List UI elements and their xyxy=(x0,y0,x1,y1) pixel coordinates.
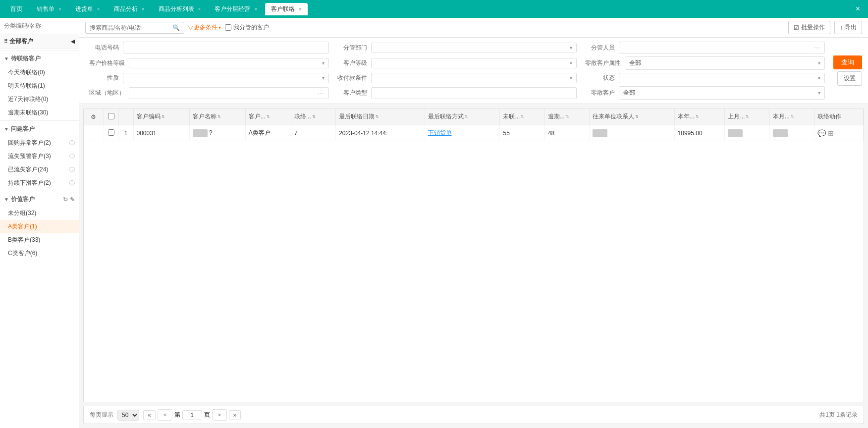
sidebar-item-repurchase-abnormal[interactable]: 回购异常客户(2) ⓘ xyxy=(0,136,79,150)
price-level-select[interactable]: ▾ xyxy=(129,58,329,68)
sidebar-item-churned[interactable]: 已流失客户(24) ⓘ xyxy=(0,163,79,176)
retail-select[interactable]: 全部 ▾ xyxy=(619,86,825,100)
customer-level-select[interactable]: ▾ xyxy=(371,58,577,68)
qr-icon[interactable]: ⊞ xyxy=(828,129,834,137)
region-select[interactable]: ··· xyxy=(129,87,329,99)
sort-icon5: ⇅ xyxy=(376,114,379,119)
arrow-icon3: ▼ xyxy=(4,197,9,202)
chevron-down-icon: ▾ xyxy=(218,25,221,30)
sidebar-item-class-a[interactable]: A类客户(1) xyxy=(0,220,79,233)
pending-contact-group[interactable]: ▼ 待联络客户 xyxy=(0,52,79,66)
th-last-month[interactable]: 上月... ⇅ xyxy=(725,108,769,125)
sidebar-item-7days[interactable]: 近7天待联络(0) xyxy=(0,93,79,106)
phone-input[interactable] xyxy=(123,42,329,54)
th-category[interactable]: 客户... ⇅ xyxy=(245,108,291,125)
sidebar-item-class-b[interactable]: B类客户(33) xyxy=(0,233,79,247)
chevron-down-icon9: ▾ xyxy=(818,90,820,96)
chevron-down-icon8: ▾ xyxy=(818,75,820,81)
first-page-btn[interactable]: « xyxy=(143,410,156,420)
th-year-amt[interactable]: 本年... ⇅ xyxy=(674,108,725,125)
retail-attr-select[interactable]: 全部 ▾ xyxy=(625,56,825,70)
nature-select[interactable]: ▾ xyxy=(123,73,329,83)
td-overdue: 48 xyxy=(544,125,589,141)
td-last-method[interactable]: 下销货单 xyxy=(425,125,500,141)
sort-icon10: ⇅ xyxy=(696,114,699,119)
td-this-month xyxy=(769,125,814,141)
close-purchase-tab[interactable]: × xyxy=(97,6,100,12)
more-conditions-btn[interactable]: ▽ 更多条件 ▾ xyxy=(188,23,221,32)
settings-button[interactable]: 设置 xyxy=(837,71,862,86)
page-number-input[interactable] xyxy=(182,410,202,420)
export-button[interactable]: ↑ 导出 xyxy=(834,21,862,34)
problem-customer-group[interactable]: ▼ 问题客户 xyxy=(0,122,79,136)
query-button[interactable]: 查询 xyxy=(833,55,862,69)
next-page-btn[interactable]: ＞ xyxy=(212,409,227,421)
filter-status: 状态 ▾ xyxy=(581,73,829,83)
td-gear xyxy=(84,125,104,141)
nav-home[interactable]: 首页 xyxy=(4,2,29,15)
divider2 xyxy=(0,120,79,121)
row-checkbox[interactable] xyxy=(108,129,114,136)
sidebar-item-tomorrow[interactable]: 明天待联络(1) xyxy=(0,79,79,93)
sidebar-item-today[interactable]: 今天待联络(0) xyxy=(0,66,79,79)
content-area: 🔍 ▽ 更多条件 ▾ 我分管的客户 ☑ 批量操作 xyxy=(79,18,868,428)
th-uncontact[interactable]: 未联... ⇅ xyxy=(500,108,544,125)
th-action: 联络动作 xyxy=(814,108,864,125)
last-page-btn[interactable]: » xyxy=(229,410,241,420)
my-customers-check[interactable] xyxy=(225,24,231,31)
close-all-tabs[interactable]: × xyxy=(852,2,864,15)
close-customer-contact-tab[interactable]: × xyxy=(299,6,302,12)
filter-bar: 🔍 ▽ 更多条件 ▾ 我分管的客户 ☑ 批量操作 xyxy=(79,18,868,38)
nav-product-analysis[interactable]: 商品分析 × xyxy=(108,3,151,15)
sidebar-item-churn-warning[interactable]: 流失预警客户(3) ⓘ xyxy=(0,150,79,163)
prev-page-btn[interactable]: ＜ xyxy=(158,409,172,421)
sidebar-search-input[interactable] xyxy=(4,22,78,29)
select-all-checkbox[interactable] xyxy=(108,113,114,119)
search-input[interactable] xyxy=(90,24,170,31)
close-customer-segment-tab[interactable]: × xyxy=(254,6,257,12)
chat-icon[interactable]: 💬 xyxy=(817,129,826,137)
customer-type-input[interactable] xyxy=(371,87,577,99)
sidebar-item-overdue[interactable]: 逾期未联络(30) xyxy=(0,106,79,119)
th-index xyxy=(118,108,133,125)
nav-sales[interactable]: 销售单 × xyxy=(31,3,67,15)
nav-product-analysis-list[interactable]: 商品分析列表 × xyxy=(153,3,207,15)
th-contact-count[interactable]: 联络... ⇅ xyxy=(291,108,335,125)
close-product-analysis-list-tab[interactable]: × xyxy=(198,6,201,12)
collapse-icon: ◀ xyxy=(71,39,75,44)
close-sales-tab[interactable]: × xyxy=(58,6,61,12)
dept-select[interactable]: ▾ xyxy=(371,43,577,53)
td-contact-count: 7 xyxy=(291,125,335,141)
status-select[interactable]: ▾ xyxy=(619,73,825,83)
payment-select[interactable]: ▾ xyxy=(371,73,577,83)
close-product-analysis-tab[interactable]: × xyxy=(142,6,145,12)
sort-icon6: ⇅ xyxy=(465,114,468,119)
divider xyxy=(0,50,79,51)
value-customer-group[interactable]: ▼ 价值客户 ↻ ✎ xyxy=(0,192,79,207)
dots-icon2: ··· xyxy=(318,90,325,97)
edit-icon[interactable]: ✎ xyxy=(70,196,75,203)
th-gear[interactable]: ⚙ xyxy=(84,108,104,125)
refresh-icon[interactable]: ↻ xyxy=(63,196,68,203)
sidebar-all-customers[interactable]: ⠿ 全部客户 ◀ xyxy=(0,34,79,49)
th-this-month[interactable]: 本月... ⇅ xyxy=(769,108,814,125)
sidebar-item-unclassified[interactable]: 未分组(32) xyxy=(0,207,79,220)
chevron-down-icon5: ▾ xyxy=(818,60,820,66)
th-last-date[interactable]: 最后联络日期 ⇅ xyxy=(336,108,425,125)
nav-customer-segment[interactable]: 客户分层经营 × xyxy=(209,3,263,15)
batch-icon: ☑ xyxy=(794,24,799,31)
contact2-gray xyxy=(593,129,607,137)
th-overdue[interactable]: 逾期... ⇅ xyxy=(544,108,589,125)
sidebar-item-class-c[interactable]: C类客户(6) xyxy=(0,247,79,260)
th-last-method[interactable]: 最后联络方式 ⇅ xyxy=(425,108,500,125)
manager-select[interactable]: ··· xyxy=(619,42,825,54)
batch-op-button[interactable]: ☑ 批量操作 xyxy=(788,21,830,34)
th-contact2[interactable]: 往来单位联系人 ⇅ xyxy=(590,108,674,125)
th-name[interactable]: 客户名称 ⇅ xyxy=(189,108,245,125)
th-code[interactable]: 客户编码 ⇅ xyxy=(133,108,189,125)
nav-customer-contact[interactable]: 客户联络 × xyxy=(265,3,308,15)
nav-purchase[interactable]: 进货单 × xyxy=(69,3,106,15)
sidebar-item-declining[interactable]: 持续下滑客户(2) ⓘ xyxy=(0,176,79,190)
page-size-select[interactable]: 50 xyxy=(117,410,139,421)
my-customers-checkbox[interactable]: 我分管的客户 xyxy=(225,23,269,32)
